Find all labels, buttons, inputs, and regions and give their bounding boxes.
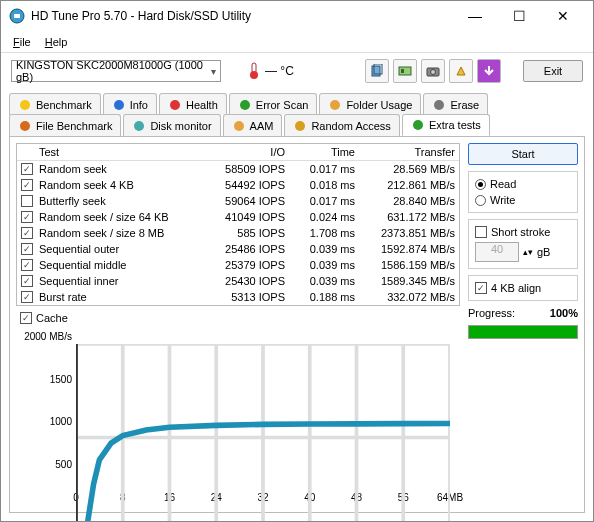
download-icon[interactable] xyxy=(477,59,501,83)
titlebar: HD Tune Pro 5.70 - Hard Disk/SSD Utility… xyxy=(1,1,593,31)
info-icon xyxy=(112,98,126,112)
results-table: Test I/O Time Transfer Random seek58509 … xyxy=(16,143,460,306)
row-checkbox[interactable] xyxy=(21,211,33,223)
exit-button[interactable]: Exit xyxy=(523,60,583,82)
toolbar: KINGSTON SKC2000M81000G (1000 gB) ▾ — °C… xyxy=(1,53,593,89)
row-checkbox[interactable] xyxy=(21,179,33,191)
svg-point-13 xyxy=(240,100,250,110)
copy-icon[interactable] xyxy=(365,59,389,83)
chart: 500100015002000 MB/s 0816243240485664MB xyxy=(16,336,460,506)
random-icon xyxy=(293,119,307,133)
tab-folder-usage[interactable]: Folder Usage xyxy=(319,93,421,115)
window-title: HD Tune Pro 5.70 - Hard Disk/SSD Utility xyxy=(31,9,453,23)
svg-rect-7 xyxy=(401,69,404,73)
row-checkbox[interactable] xyxy=(21,195,33,207)
minimize-button[interactable]: — xyxy=(453,2,497,30)
tab-extra-tests[interactable]: Extra tests xyxy=(402,114,490,136)
header-time: Time xyxy=(285,146,355,158)
tab-aam[interactable]: AAM xyxy=(223,114,283,136)
temperature: — °C xyxy=(247,62,294,80)
read-radio[interactable]: Read xyxy=(475,178,571,190)
svg-point-17 xyxy=(134,121,144,131)
header-io: I/O xyxy=(195,146,285,158)
table-row[interactable]: Random seek / size 64 KB41049 IOPS0.024 … xyxy=(17,209,459,225)
write-radio[interactable]: Write xyxy=(475,194,571,206)
window-controls: — ☐ ✕ xyxy=(453,2,585,30)
cache-checkbox-row: Cache xyxy=(16,306,460,330)
trash-icon xyxy=(432,98,446,112)
row-checkbox[interactable] xyxy=(21,243,33,255)
svg-point-19 xyxy=(295,121,305,131)
menu-file[interactable]: File xyxy=(7,34,37,50)
svg-point-18 xyxy=(234,121,244,131)
tab-erase[interactable]: Erase xyxy=(423,93,488,115)
maximize-button[interactable]: ☐ xyxy=(497,2,541,30)
sound-icon xyxy=(232,119,246,133)
short-stroke-checkbox[interactable]: Short stroke xyxy=(475,226,571,238)
close-button[interactable]: ✕ xyxy=(541,2,585,30)
app-icon xyxy=(9,8,25,24)
table-row[interactable]: Burst rate5313 IOPS0.188 ms332.072 MB/s xyxy=(17,289,459,305)
header-transfer: Transfer xyxy=(355,146,455,158)
search-icon xyxy=(238,98,252,112)
temperature-value: — °C xyxy=(265,64,294,78)
svg-point-3 xyxy=(250,71,258,79)
tab-info[interactable]: Info xyxy=(103,93,157,115)
tab-health[interactable]: Health xyxy=(159,93,227,115)
svg-point-16 xyxy=(20,121,30,131)
table-row[interactable]: Sequential middle25379 IOPS0.039 ms1586.… xyxy=(17,257,459,273)
tab-error-scan[interactable]: Error Scan xyxy=(229,93,318,115)
drive-select-value: KINGSTON SKC2000M81000G (1000 gB) xyxy=(16,59,211,83)
progress-value: 100% xyxy=(550,307,578,319)
table-row[interactable]: Sequential inner25430 IOPS0.039 ms1589.3… xyxy=(17,273,459,289)
tab-random-access[interactable]: Random Access xyxy=(284,114,399,136)
save-icon[interactable] xyxy=(449,59,473,83)
disk-icon xyxy=(132,119,146,133)
row-checkbox[interactable] xyxy=(21,275,33,287)
table-row[interactable]: Sequential outer25486 IOPS0.039 ms1592.8… xyxy=(17,241,459,257)
progress-label: Progress: xyxy=(468,307,515,319)
row-checkbox[interactable] xyxy=(21,291,33,303)
toolbar-icons xyxy=(365,59,501,83)
table-row[interactable]: Random seek / size 8 MB585 IOPS1.708 ms2… xyxy=(17,225,459,241)
drive-select[interactable]: KINGSTON SKC2000M81000G (1000 gB) ▾ xyxy=(11,60,221,82)
row-checkbox[interactable] xyxy=(21,163,33,175)
bolt-icon xyxy=(18,98,32,112)
tabstrip: BenchmarkInfoHealthError ScanFolder Usag… xyxy=(1,89,593,136)
tab-benchmark[interactable]: Benchmark xyxy=(9,93,101,115)
svg-rect-6 xyxy=(399,67,411,75)
start-button[interactable]: Start xyxy=(468,143,578,165)
cache-label: Cache xyxy=(36,312,68,324)
svg-point-20 xyxy=(413,120,423,130)
svg-point-14 xyxy=(330,100,340,110)
svg-point-11 xyxy=(114,100,124,110)
align-checkbox[interactable]: 4 KB align xyxy=(475,282,571,294)
bolt-icon xyxy=(18,119,32,133)
svg-point-15 xyxy=(434,100,444,110)
cache-checkbox[interactable] xyxy=(20,312,32,324)
gear-icon xyxy=(411,118,425,132)
tab-file-benchmark[interactable]: File Benchmark xyxy=(9,114,121,136)
tab-disk-monitor[interactable]: Disk monitor xyxy=(123,114,220,136)
folder-icon xyxy=(328,98,342,112)
table-row[interactable]: Random seek58509 IOPS0.017 ms28.569 MB/s xyxy=(17,161,459,177)
screenshot-icon[interactable] xyxy=(393,59,417,83)
plus-icon xyxy=(168,98,182,112)
table-row[interactable]: Random seek 4 KB54492 IOPS0.018 ms212.86… xyxy=(17,177,459,193)
stroke-spinner[interactable]: 40 xyxy=(475,242,519,262)
thermometer-icon xyxy=(247,62,261,80)
svg-point-9 xyxy=(431,70,436,75)
menu-help[interactable]: Help xyxy=(39,34,74,50)
header-test: Test xyxy=(39,146,195,158)
svg-point-12 xyxy=(170,100,180,110)
side-panel: Start Read Write Short stroke 40 ▴▾ gB 4… xyxy=(468,143,578,506)
chevron-down-icon: ▾ xyxy=(211,66,216,77)
menubar: File Help xyxy=(1,31,593,53)
stroke-unit: gB xyxy=(537,246,550,258)
table-header: Test I/O Time Transfer xyxy=(17,144,459,161)
camera-icon[interactable] xyxy=(421,59,445,83)
row-checkbox[interactable] xyxy=(21,259,33,271)
row-checkbox[interactable] xyxy=(21,227,33,239)
table-row[interactable]: Butterfly seek59064 IOPS0.017 ms28.840 M… xyxy=(17,193,459,209)
svg-point-10 xyxy=(20,100,30,110)
